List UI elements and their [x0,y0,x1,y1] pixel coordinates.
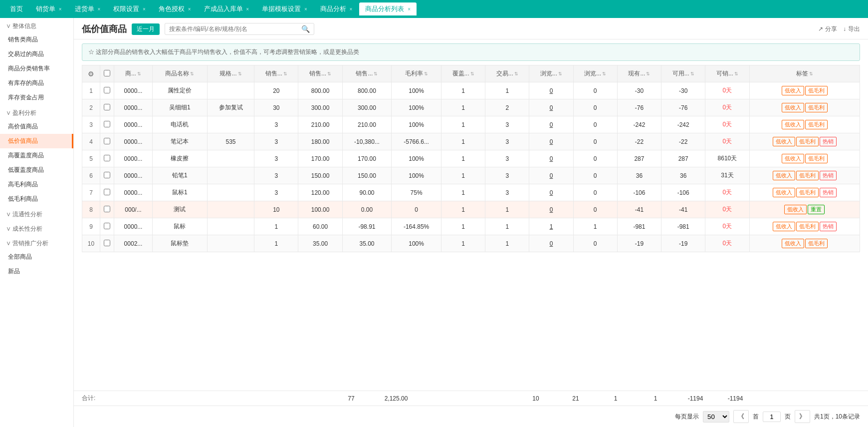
nav-close-icon[interactable]: × [187,6,191,12]
sidebar-group-整体信息[interactable]: ∨ 整体信息 [0,18,73,32]
col-s1[interactable]: 销售...⇅ [254,65,298,82]
row-checkbox[interactable] [104,172,110,178]
row-checkbox-cell[interactable] [100,82,114,99]
row-checkbox[interactable] [104,104,110,110]
view1-link[interactable]: 0 [550,121,553,128]
row-view1[interactable]: 0 [529,201,573,218]
row-checkbox[interactable] [104,206,110,212]
row-view1[interactable]: 0 [529,82,573,99]
nav-item-销货单[interactable]: 销货单 × [30,2,68,15]
row-checkbox-cell[interactable] [100,150,114,167]
view1-link[interactable]: 0 [550,104,553,111]
nav-item-商品分析[interactable]: 商品分析 × [314,2,359,15]
gear-col[interactable]: ⚙ [82,65,100,82]
row-view1[interactable]: 0 [529,235,573,252]
row-checkbox[interactable] [104,121,110,127]
col-spec[interactable]: 规格...⇅ [207,65,254,82]
row-checkbox-cell[interactable] [100,201,114,218]
sidebar-group-成长性分析[interactable]: ∨ 成长性分析 [0,221,73,235]
row-view1[interactable]: 0 [529,116,573,133]
sidebar-item-高价值商品[interactable]: 高价值商品 [0,119,73,134]
search-icon[interactable]: 🔍 [301,25,310,33]
row-checkbox[interactable] [104,240,110,246]
row-view1[interactable]: 0 [529,99,573,116]
row-checkbox[interactable] [104,138,110,144]
nav-item-权限设置[interactable]: 权限设置 × [107,2,152,15]
row-view1[interactable]: 1 [529,218,573,235]
sidebar-item-商品分类销售率[interactable]: 商品分类销售率 [0,61,73,76]
col-tags[interactable]: 标签⇅ [749,65,860,82]
nav-close-icon[interactable]: × [96,6,101,12]
sidebar-item-高毛利商品[interactable]: 高毛利商品 [0,177,73,192]
nav-close-icon[interactable]: × [57,6,62,12]
export-button[interactable]: ↓ 导出 [843,25,860,33]
nav-item-首页[interactable]: 首页 [4,2,29,15]
view1-link[interactable]: 1 [550,223,553,230]
row-checkbox[interactable] [104,223,110,229]
sidebar-item-交易过的商品[interactable]: 交易过的商品 [0,47,73,61]
sidebar-item-有库存的商品[interactable]: 有库存的商品 [0,76,73,90]
col-view1[interactable]: 浏览...⇅ [529,65,573,82]
sidebar-group-流通性分析[interactable]: ∨ 流通性分析 [0,206,73,221]
row-view1[interactable]: 0 [529,184,573,201]
col-stock[interactable]: 现有...⇅ [617,65,661,82]
table-wrapper[interactable]: ⚙ 商...⇅ 商品名称⇅ 规格...⇅ 销售...⇅ 销售...⇅ 销售...… [74,65,868,391]
row-checkbox-cell[interactable] [100,218,114,235]
nav-close-icon[interactable]: × [303,6,307,12]
share-button[interactable]: ↗ 分享 [818,25,837,33]
nav-item-角色授权[interactable]: 角色授权 × [153,2,197,15]
sidebar-item-低价值商品[interactable]: 低价值商品 [0,134,73,148]
view1-link[interactable]: 0 [550,138,553,145]
page-number-input[interactable] [763,412,781,422]
col-s2[interactable]: 销售...⇅ [298,65,342,82]
row-view1[interactable]: 0 [529,167,573,184]
sidebar-item-新品[interactable]: 新品 [0,264,73,279]
row-checkbox-cell[interactable] [100,116,114,133]
nav-close-icon[interactable]: × [141,6,146,12]
view1-link[interactable]: 0 [550,155,553,162]
row-checkbox-cell[interactable] [100,235,114,252]
nav-close-icon[interactable]: × [348,6,353,12]
per-page-select[interactable]: 50 100 200 [703,411,729,423]
col-s3[interactable]: 销售...⇅ [342,65,392,82]
sidebar-item-全部商品[interactable]: 全部商品 [0,250,73,264]
row-view1[interactable]: 0 [529,133,573,150]
nav-close-icon[interactable]: × [406,6,411,12]
row-checkbox[interactable] [104,189,110,195]
checkbox-col[interactable] [100,65,114,82]
col-name[interactable]: 商品名称⇅ [152,65,207,82]
row-checkbox-cell[interactable] [100,184,114,201]
view1-link[interactable]: 0 [550,189,553,196]
nav-item-产成品入库单[interactable]: 产成品入库单 × [198,2,255,15]
nav-item-商品分析列表[interactable]: 商品分析列表 × [359,2,417,15]
view1-link[interactable]: 0 [550,172,553,179]
sidebar-item-库存资金占用[interactable]: 库存资金占用 [0,90,73,105]
nav-close-icon[interactable]: × [245,6,249,12]
col-trade[interactable]: 交易...⇅ [485,65,529,82]
gear-icon[interactable]: ⚙ [88,70,94,78]
filter-button[interactable]: 近一月 [132,23,160,35]
nav-item-进货单[interactable]: 进货单 × [69,2,107,15]
row-checkbox[interactable] [104,87,110,93]
col-gross[interactable]: 毛利率⇅ [392,65,441,82]
select-all-checkbox[interactable] [104,70,110,76]
last-page-button[interactable]: 》 [795,410,810,423]
col-view2[interactable]: 浏览...⇅ [573,65,617,82]
col-avail[interactable]: 可用...⇅ [661,65,705,82]
row-view1[interactable]: 0 [529,150,573,167]
row-checkbox-cell[interactable] [100,99,114,116]
col-code[interactable]: 商...⇅ [114,65,153,82]
view1-link[interactable]: 0 [550,87,553,94]
view1-link[interactable]: 0 [550,240,553,247]
sidebar-item-低覆盖度商品[interactable]: 低覆盖度商品 [0,163,73,177]
row-checkbox[interactable] [104,155,110,161]
sidebar-group-营销推广分析[interactable]: ∨ 营销推广分析 [0,235,73,250]
view1-link[interactable]: 0 [550,206,553,213]
row-checkbox-cell[interactable] [100,133,114,150]
search-input[interactable] [169,25,298,32]
col-days[interactable]: 可销...⇅ [705,65,749,82]
sidebar-item-销售类商品[interactable]: 销售类商品 [0,32,73,47]
sidebar-item-低毛利商品[interactable]: 低毛利商品 [0,192,73,206]
col-cov[interactable]: 覆盖...⇅ [441,65,485,82]
row-checkbox-cell[interactable] [100,167,114,184]
